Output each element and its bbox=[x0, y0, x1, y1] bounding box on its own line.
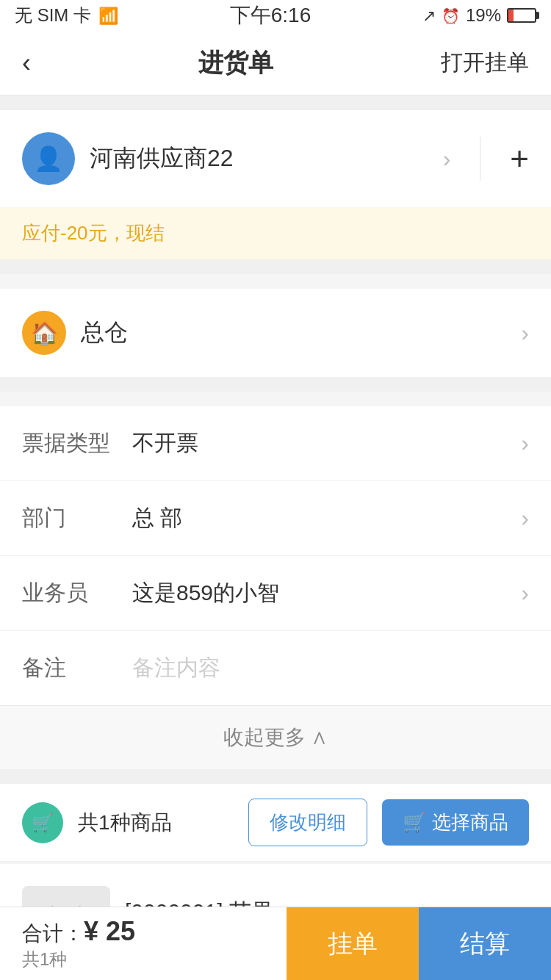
staff-value: 这是859的小智 bbox=[125, 578, 521, 608]
warehouse-name: 总仓 bbox=[81, 317, 506, 349]
avatar-icon: 👤 bbox=[34, 145, 63, 173]
select-product-label: 选择商品 bbox=[432, 810, 508, 835]
notice-bar: 应付-20元，现结 bbox=[0, 207, 551, 259]
battery-text: 19% bbox=[466, 5, 501, 26]
collapse-button[interactable]: 收起更多 ∧ bbox=[223, 724, 328, 752]
select-product-icon: 🛒 bbox=[403, 811, 426, 834]
products-header: 🛒 共1种商品 修改明细 🛒 选择商品 bbox=[0, 784, 551, 861]
dept-chevron-icon: › bbox=[521, 505, 529, 532]
warehouse-chevron-icon: › bbox=[521, 320, 529, 347]
staff-chevron-icon: › bbox=[521, 580, 529, 607]
staff-label: 业务员 bbox=[22, 578, 125, 608]
hang-button[interactable]: 挂单 bbox=[287, 907, 419, 980]
staff-row[interactable]: 业务员 这是859的小智 › bbox=[0, 556, 551, 631]
section-gap-3 bbox=[0, 377, 551, 392]
invoice-label: 票据类型 bbox=[22, 428, 125, 458]
bottom-total: 合计： ¥ 25 共1种 bbox=[0, 916, 287, 971]
location-icon bbox=[422, 5, 436, 26]
nav-bar: ‹ 进货单 打开挂单 bbox=[0, 31, 551, 96]
supplier-row[interactable]: 👤 河南供应商22 › + bbox=[0, 110, 551, 207]
status-bar: 无 SIM 卡 下午6:16 19% bbox=[0, 0, 551, 31]
remark-input[interactable]: 备注内容 bbox=[125, 653, 529, 683]
supplier-chevron-icon: › bbox=[443, 145, 451, 173]
wifi-icon bbox=[98, 5, 118, 26]
status-time: 下午6:16 bbox=[230, 1, 311, 29]
supplier-divider bbox=[480, 137, 480, 181]
supplier-name: 河南供应商22 bbox=[90, 143, 428, 175]
bottom-bar: 合计： ¥ 25 共1种 挂单 结算 bbox=[0, 907, 551, 980]
invoice-chevron-icon: › bbox=[521, 430, 529, 457]
form-section: 票据类型 不开票 › 部门 总 部 › 业务员 这是859的小智 › 备注 备注… bbox=[0, 406, 551, 705]
dept-row[interactable]: 部门 总 部 › bbox=[0, 481, 551, 556]
total-prefix: 合计： bbox=[22, 920, 84, 948]
modify-detail-button[interactable]: 修改明细 bbox=[248, 799, 367, 846]
remark-row[interactable]: 备注 备注内容 bbox=[0, 631, 551, 705]
battery-icon bbox=[507, 8, 536, 23]
checkout-button[interactable]: 结算 bbox=[419, 907, 551, 980]
invoice-row[interactable]: 票据类型 不开票 › bbox=[0, 406, 551, 481]
status-right: 19% bbox=[422, 5, 536, 26]
page-title: 进货单 bbox=[198, 46, 273, 80]
alarm-icon bbox=[442, 5, 460, 26]
total-count: 共1种 bbox=[22, 948, 264, 971]
warehouse-icon: 🏠 bbox=[22, 311, 66, 355]
section-gap-4 bbox=[0, 769, 551, 784]
select-product-button[interactable]: 🛒 选择商品 bbox=[382, 799, 529, 846]
total-amount: ¥ 25 bbox=[84, 916, 135, 947]
status-left: 无 SIM 卡 bbox=[15, 4, 118, 27]
remark-label: 备注 bbox=[22, 653, 125, 683]
products-count: 共1种商品 bbox=[78, 809, 234, 837]
section-gap-1 bbox=[0, 96, 551, 110]
back-button[interactable]: ‹ bbox=[22, 48, 31, 79]
collapse-section[interactable]: 收起更多 ∧ bbox=[0, 705, 551, 769]
section-gap-2 bbox=[0, 259, 551, 274]
products-divider bbox=[0, 861, 551, 862]
dept-label: 部门 bbox=[22, 503, 125, 533]
notice-text: 应付-20元，现结 bbox=[22, 222, 165, 244]
warehouse-row[interactable]: 🏠 总仓 › bbox=[0, 289, 551, 377]
products-icon: 🛒 bbox=[22, 802, 63, 843]
dept-value: 总 部 bbox=[125, 503, 521, 533]
add-supplier-button[interactable]: + bbox=[510, 140, 529, 177]
carrier-text: 无 SIM 卡 bbox=[15, 4, 91, 27]
cart-icon: 🛒 bbox=[32, 813, 54, 833]
open-hang-button[interactable]: 打开挂单 bbox=[441, 48, 529, 78]
invoice-value: 不开票 bbox=[125, 428, 521, 458]
supplier-avatar: 👤 bbox=[22, 132, 75, 185]
